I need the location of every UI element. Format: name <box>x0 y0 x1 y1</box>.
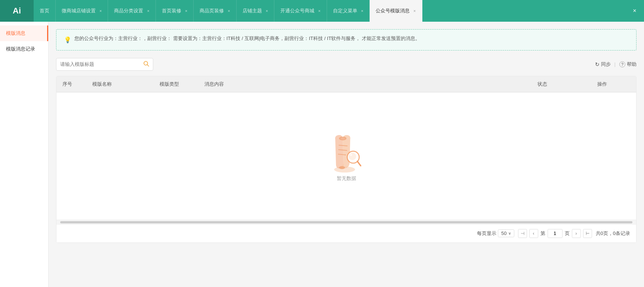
chevron-down-icon: ∨ <box>508 231 511 235</box>
tab-open-mall[interactable]: 开通公众号商城 × <box>274 0 327 22</box>
notice-box: 💡 您的公众号行业为：主营行业：，副营行业： 需要设置为：主营行业：IT科技 /… <box>56 29 637 51</box>
svg-line-11 <box>357 161 361 166</box>
th-index: 序号 <box>56 76 86 92</box>
content-area: 💡 您的公众号行业为：主营行业：，副营行业： 需要设置为：主营行业：IT科技 /… <box>49 22 644 287</box>
sync-icon: ↻ <box>595 61 600 67</box>
tab-shop-theme[interactable]: 店铺主题 × <box>237 0 274 22</box>
svg-point-10 <box>349 153 356 160</box>
tab-close-product-category[interactable]: × <box>147 9 149 13</box>
help-button[interactable]: ? 帮助 <box>619 61 637 68</box>
sidebar-item-template-message-record[interactable]: 模版消息记录 <box>0 41 48 57</box>
page-size-selector: 每页显示 50 ∨ <box>477 229 514 237</box>
sidebar-item-template-message[interactable]: 模版消息 <box>0 25 48 41</box>
tab-home-decor[interactable]: 首页装修 × <box>156 0 194 22</box>
svg-point-12 <box>350 154 352 156</box>
svg-line-1 <box>147 65 149 66</box>
search-bar: ↻ 同步 | ? 帮助 <box>56 58 637 71</box>
page-navigation: ⊣ ‹ 第 页 › ⊢ <box>518 229 592 238</box>
svg-point-4 <box>341 137 345 140</box>
empty-illustration <box>324 130 369 175</box>
tab-close-custom-menu[interactable]: × <box>361 9 363 13</box>
th-template-type: 模版类型 <box>154 76 198 92</box>
tab-close-shop-theme[interactable]: × <box>266 9 268 13</box>
sync-button[interactable]: ↻ 同步 <box>595 61 611 68</box>
tab-custom-menu[interactable]: 自定义菜单 × <box>327 0 370 22</box>
search-input-wrap[interactable] <box>56 58 153 71</box>
th-action: 操作 <box>591 76 636 92</box>
table-body: 暂无数据 <box>56 92 636 220</box>
prev-page-button[interactable]: ‹ <box>529 229 538 238</box>
tab-close-shop-settings[interactable]: × <box>99 9 102 13</box>
empty-text: 暂无数据 <box>337 175 356 182</box>
search-actions: ↻ 同步 | ? 帮助 <box>595 61 637 68</box>
search-button[interactable] <box>143 61 149 68</box>
scrollbar-track[interactable] <box>60 221 632 223</box>
lightbulb-icon: 💡 <box>64 35 71 45</box>
table-header: 序号 模版名称 模版类型 消息内容 状态 操作 <box>56 76 636 92</box>
page-total: 共0页，0条记录 <box>596 230 630 237</box>
th-status: 状态 <box>531 76 591 92</box>
pagination: 每页显示 50 ∨ ⊣ ‹ 第 页 › ⊢ 共0页，0条记录 <box>56 224 636 242</box>
page-size-select-box[interactable]: 50 ∨ <box>498 229 514 237</box>
main-layout: 模版消息 模版消息记录 💡 您的公众号行业为：主营行业：，副营行业： 需要设置为… <box>0 22 644 287</box>
svg-point-5 <box>339 166 345 169</box>
help-icon: ? <box>619 61 625 67</box>
tab-close-template-msg[interactable]: × <box>413 9 416 13</box>
page-number-input[interactable] <box>548 229 563 238</box>
last-page-button[interactable]: ⊢ <box>583 229 592 238</box>
tab-product-decor[interactable]: 商品页装修 × <box>194 0 236 22</box>
table-scrollbar[interactable] <box>56 220 636 224</box>
search-input[interactable] <box>60 61 143 67</box>
next-page-button[interactable]: › <box>572 229 581 238</box>
tab-close-home-decor[interactable]: × <box>185 9 187 13</box>
window-close-button[interactable]: × <box>625 0 644 22</box>
tab-template-msg[interactable]: 公众号模版消息 × <box>370 0 422 22</box>
first-page-button[interactable]: ⊣ <box>518 229 527 238</box>
tab-home[interactable]: 首页 <box>34 0 56 22</box>
tab-close-open-mall[interactable]: × <box>318 9 320 13</box>
th-template-name: 模版名称 <box>86 76 154 92</box>
th-message-content: 消息内容 <box>198 76 531 92</box>
tab-product-category[interactable]: 商品分类设置 × <box>108 0 155 22</box>
nav-tabs-container: 首页 微商城店铺设置 × 商品分类设置 × 首页装修 × 商品页装修 × 店铺主… <box>34 0 644 22</box>
sidebar: 模版消息 模版消息记录 <box>0 22 49 287</box>
top-navigation: Ai 首页 微商城店铺设置 × 商品分类设置 × 首页装修 × 商品页装修 × … <box>0 0 644 22</box>
tab-shop-settings[interactable]: 微商城店铺设置 × <box>56 0 108 22</box>
divider: | <box>614 61 616 67</box>
notice-content: 您的公众号行业为：主营行业：，副营行业： 需要设置为：主营行业：IT科技 / 互… <box>74 35 420 43</box>
data-table: 序号 模版名称 模版类型 消息内容 状态 操作 <box>56 76 637 243</box>
app-logo: Ai <box>0 0 34 22</box>
tab-close-product-decor[interactable]: × <box>228 9 230 13</box>
